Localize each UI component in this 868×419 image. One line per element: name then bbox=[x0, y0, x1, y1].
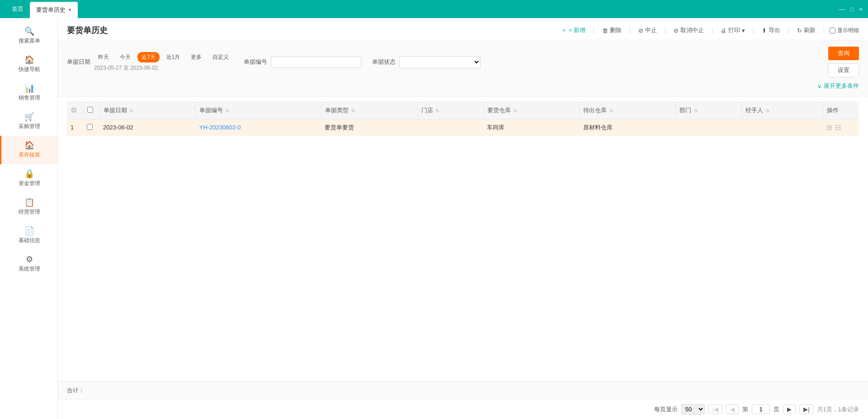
page-number-input[interactable] bbox=[752, 405, 770, 414]
sidebar-item-operation[interactable]: 📋 经营管理 bbox=[0, 193, 57, 221]
sidebar-item-purchase[interactable]: 🛒 采购管理 bbox=[0, 107, 57, 136]
sort-doctype-icon[interactable]: ⇅ bbox=[351, 108, 355, 113]
sidebar-item-basic[interactable]: 📄 基础信息 bbox=[0, 221, 57, 250]
pagination-total-info: 共1页，1条记录 bbox=[817, 405, 859, 414]
divider-6 bbox=[788, 27, 789, 34]
sidebar-item-sales[interactable]: 📊 销售管理 bbox=[0, 79, 57, 107]
tab-home[interactable]: 首页 bbox=[5, 0, 30, 18]
sidebar: 🔍 搜索菜单 🏠 快捷导航 📊 销售管理 🛒 采购管理 🏠 库存核算 🔒 资金管… bbox=[0, 18, 58, 419]
sort-pendingwarehouse-icon[interactable]: ⇅ bbox=[609, 108, 613, 113]
gear-icon: ⚙ bbox=[26, 255, 33, 263]
search-row: 单据日期 昨天 今天 近7天 近1月 更多 自定义 2023-05-27 至 2… bbox=[67, 47, 859, 77]
cancel-stop-btn[interactable]: ⊘ 取消中止 bbox=[671, 24, 707, 36]
doc-icon: 📄 bbox=[24, 227, 34, 235]
expand-conditions-btn[interactable]: ∨ 展开更多条件 bbox=[817, 82, 859, 90]
delete-label: 删除 bbox=[610, 26, 622, 34]
divider-7 bbox=[824, 27, 824, 34]
refresh-label: 刷新 bbox=[804, 26, 816, 34]
cart-icon: 🛒 bbox=[24, 113, 34, 121]
export-btn[interactable]: ⬆ 导出 bbox=[759, 24, 783, 36]
page-next-btn[interactable]: ▶ bbox=[783, 405, 796, 414]
refresh-btn[interactable]: ↻ 刷新 bbox=[794, 24, 818, 36]
sidebar-basic-label: 基础信息 bbox=[19, 237, 40, 244]
row-ops: ⊞ ⊟ bbox=[823, 119, 859, 136]
date-btn-today[interactable]: 今天 bbox=[116, 52, 135, 62]
close-tab-icon[interactable]: × bbox=[68, 7, 71, 13]
row-pendingwarehouse: 原材料仓库 bbox=[580, 119, 676, 136]
per-page-label: 每页显示 bbox=[654, 405, 678, 414]
sidebar-item-finance[interactable]: 🔒 资金管理 bbox=[0, 164, 57, 193]
th-docno: 单据编号 ⇅ bbox=[196, 101, 321, 119]
layout: 🔍 搜索菜单 🏠 快捷导航 📊 销售管理 🛒 采购管理 🏠 库存核算 🔒 资金管… bbox=[0, 18, 868, 419]
row-dept bbox=[676, 119, 742, 136]
doc-no-field: 单据编号 bbox=[244, 57, 361, 68]
table-container: ⚙ 单据日期 ⇅ 单据编号 ⇅ bbox=[58, 97, 868, 381]
sidebar-system-label: 系统管理 bbox=[19, 265, 40, 273]
delete-btn[interactable]: 🗑 删除 bbox=[599, 24, 624, 36]
page-last-btn[interactable]: ▶| bbox=[799, 405, 813, 414]
per-page-select[interactable]: 50 10 20 100 bbox=[681, 404, 705, 414]
show-detail-toggle[interactable]: 显示明细 bbox=[830, 27, 859, 34]
pagination: 每页显示 50 10 20 100 |◀ ◀ 第 页 ▶ ▶| 共1页，1条记录 bbox=[58, 399, 868, 419]
window-minimize-btn[interactable]: — bbox=[839, 6, 845, 13]
date-btn-custom[interactable]: 自定义 bbox=[208, 52, 233, 62]
top-bar: 首页 要货单历史 × — □ × bbox=[0, 0, 868, 18]
date-btn-yesterday[interactable]: 昨天 bbox=[94, 52, 113, 62]
top-bar-right: — □ × bbox=[839, 6, 863, 13]
th-store: 门店 ⇅ bbox=[417, 101, 483, 119]
sidebar-item-quick-nav[interactable]: 🏠 快捷导航 bbox=[0, 50, 57, 79]
add-btn[interactable]: ＋ + 新增 bbox=[558, 24, 588, 36]
settings-btn[interactable]: 设置 bbox=[828, 63, 859, 77]
doc-no-input[interactable] bbox=[271, 57, 361, 68]
print-btn[interactable]: 🖨 打印 ▾ bbox=[718, 24, 748, 36]
sort-handler-icon[interactable]: ⇅ bbox=[766, 108, 769, 113]
sort-reqwarehouse-icon[interactable]: ⇅ bbox=[513, 108, 517, 113]
date-btn-1month[interactable]: 近1月 bbox=[162, 52, 184, 62]
print-label: 打印 bbox=[728, 26, 740, 34]
search-actions: 查询 设置 bbox=[828, 47, 859, 77]
row-reqwarehouse: 车间库 bbox=[483, 119, 580, 136]
window-maximize-btn[interactable]: □ bbox=[850, 6, 854, 13]
column-settings-icon[interactable]: ⚙ bbox=[71, 106, 77, 114]
date-btn-more[interactable]: 更多 bbox=[187, 52, 206, 62]
row-select-checkbox[interactable] bbox=[87, 124, 93, 130]
sort-store-icon[interactable]: ⇅ bbox=[435, 108, 439, 113]
row-docno-link[interactable]: YH-20230602-0 bbox=[199, 124, 241, 131]
th-ops: 操作 bbox=[823, 101, 859, 119]
row-more-icon[interactable]: ⊟ bbox=[835, 123, 841, 132]
tab-history-label: 要货单历史 bbox=[36, 6, 66, 14]
stop-btn[interactable]: ⊘ 中止 bbox=[636, 24, 660, 36]
sidebar-finance-label: 资金管理 bbox=[19, 180, 40, 187]
search-icon: 🔍 bbox=[24, 27, 34, 35]
export-label: 导出 bbox=[769, 26, 780, 34]
sidebar-item-inventory[interactable]: 🏠 库存核算 bbox=[0, 136, 57, 164]
page-container: 要货单历史 ＋ + 新增 🗑 删除 ⊘ 中止 bbox=[58, 18, 868, 419]
row-edit-icon[interactable]: ⊞ bbox=[826, 123, 832, 132]
sidebar-sales-label: 销售管理 bbox=[19, 94, 40, 102]
select-all-checkbox[interactable] bbox=[87, 107, 93, 113]
sort-date-icon[interactable]: ⇅ bbox=[129, 108, 133, 113]
page-label-suffix: 页 bbox=[774, 405, 779, 414]
doc-status-select[interactable] bbox=[399, 56, 481, 68]
sort-docno-icon[interactable]: ⇅ bbox=[226, 108, 229, 113]
warehouse-icon: 🏠 bbox=[24, 141, 34, 149]
window-close-btn[interactable]: × bbox=[859, 6, 863, 13]
page-first-btn[interactable]: |◀ bbox=[708, 405, 722, 414]
page-label-prefix: 第 bbox=[742, 405, 748, 414]
date-filter-buttons: 昨天 今天 近7天 近1月 更多 自定义 bbox=[94, 52, 233, 62]
sidebar-item-search[interactable]: 🔍 搜索菜单 bbox=[0, 22, 57, 50]
show-detail-label: 显示明细 bbox=[837, 27, 859, 34]
tab-history[interactable]: 要货单历史 × bbox=[30, 2, 78, 18]
date-btn-7days[interactable]: 近7天 bbox=[137, 52, 160, 62]
date-filter-label: 单据日期 bbox=[67, 58, 90, 66]
home-icon: 🏠 bbox=[24, 56, 34, 64]
sidebar-inventory-label: 库存核算 bbox=[19, 151, 40, 159]
expand-label: 展开更多条件 bbox=[824, 82, 859, 90]
sidebar-search-label: 搜索菜单 bbox=[19, 37, 40, 45]
query-btn[interactable]: 查询 bbox=[828, 47, 859, 60]
page-prev-btn[interactable]: ◀ bbox=[726, 405, 739, 414]
sort-dept-icon[interactable]: ⇅ bbox=[694, 108, 698, 113]
show-detail-checkbox[interactable] bbox=[830, 28, 835, 33]
th-dept: 部门 ⇅ bbox=[676, 101, 742, 119]
sidebar-item-system[interactable]: ⚙ 系统管理 bbox=[0, 250, 57, 278]
